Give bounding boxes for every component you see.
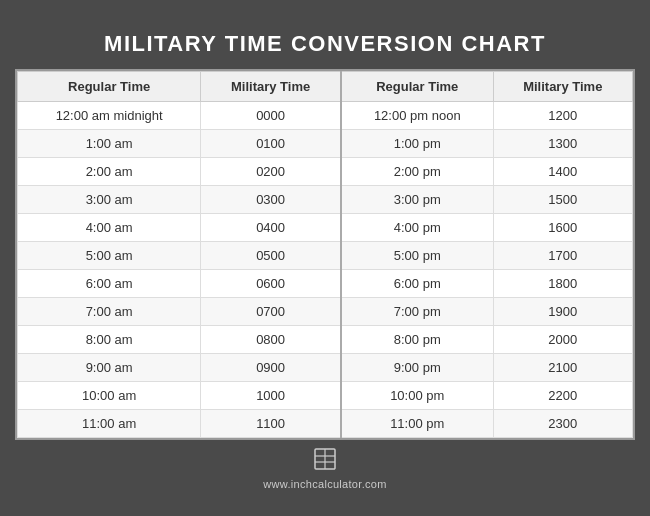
page-container: MILITARY TIME CONVERSION CHART Regular T… xyxy=(15,17,635,500)
conversion-table: Regular Time Military Time Regular Time … xyxy=(17,71,633,438)
cell-4-3: 1600 xyxy=(493,213,632,241)
table-row: 6:00 am06006:00 pm1800 xyxy=(18,269,633,297)
table-wrapper: Regular Time Military Time Regular Time … xyxy=(15,69,635,440)
cell-2-1: 0200 xyxy=(201,157,341,185)
cell-5-0: 5:00 am xyxy=(18,241,201,269)
table-row: 11:00 am110011:00 pm2300 xyxy=(18,409,633,437)
table-row: 3:00 am03003:00 pm1500 xyxy=(18,185,633,213)
table-row: 2:00 am02002:00 pm1400 xyxy=(18,157,633,185)
cell-11-2: 11:00 pm xyxy=(341,409,493,437)
table-body: 12:00 am midnight000012:00 pm noon12001:… xyxy=(18,101,633,437)
cell-4-2: 4:00 pm xyxy=(341,213,493,241)
cell-0-2: 12:00 pm noon xyxy=(341,101,493,129)
cell-8-2: 8:00 pm xyxy=(341,325,493,353)
cell-2-0: 2:00 am xyxy=(18,157,201,185)
cell-0-3: 1200 xyxy=(493,101,632,129)
cell-6-1: 0600 xyxy=(201,269,341,297)
cell-5-3: 1700 xyxy=(493,241,632,269)
cell-7-1: 0700 xyxy=(201,297,341,325)
cell-7-3: 1900 xyxy=(493,297,632,325)
title-bar: MILITARY TIME CONVERSION CHART xyxy=(15,17,635,69)
cell-4-1: 0400 xyxy=(201,213,341,241)
cell-8-3: 2000 xyxy=(493,325,632,353)
cell-1-0: 1:00 am xyxy=(18,129,201,157)
cell-9-3: 2100 xyxy=(493,353,632,381)
cell-8-1: 0800 xyxy=(201,325,341,353)
table-row: 8:00 am08008:00 pm2000 xyxy=(18,325,633,353)
cell-6-3: 1800 xyxy=(493,269,632,297)
col-header-4: Military Time xyxy=(493,71,632,101)
cell-4-0: 4:00 am xyxy=(18,213,201,241)
table-row: 4:00 am04004:00 pm1600 xyxy=(18,213,633,241)
table-row: 1:00 am01001:00 pm1300 xyxy=(18,129,633,157)
cell-9-2: 9:00 pm xyxy=(341,353,493,381)
footer-url: www.inchcalculator.com xyxy=(263,478,386,490)
cell-11-0: 11:00 am xyxy=(18,409,201,437)
cell-10-1: 1000 xyxy=(201,381,341,409)
cell-8-0: 8:00 am xyxy=(18,325,201,353)
cell-9-1: 0900 xyxy=(201,353,341,381)
cell-0-0: 12:00 am midnight xyxy=(18,101,201,129)
footer: www.inchcalculator.com xyxy=(15,440,635,500)
cell-5-2: 5:00 pm xyxy=(341,241,493,269)
cell-0-1: 0000 xyxy=(201,101,341,129)
cell-9-0: 9:00 am xyxy=(18,353,201,381)
cell-5-1: 0500 xyxy=(201,241,341,269)
cell-3-2: 3:00 pm xyxy=(341,185,493,213)
cell-2-2: 2:00 pm xyxy=(341,157,493,185)
cell-3-1: 0300 xyxy=(201,185,341,213)
col-header-1: Regular Time xyxy=(18,71,201,101)
table-row: 7:00 am07007:00 pm1900 xyxy=(18,297,633,325)
page-title: MILITARY TIME CONVERSION CHART xyxy=(104,31,546,56)
cell-2-3: 1400 xyxy=(493,157,632,185)
cell-10-0: 10:00 am xyxy=(18,381,201,409)
cell-1-3: 1300 xyxy=(493,129,632,157)
cell-1-1: 0100 xyxy=(201,129,341,157)
cell-1-2: 1:00 pm xyxy=(341,129,493,157)
table-row: 5:00 am05005:00 pm1700 xyxy=(18,241,633,269)
cell-7-0: 7:00 am xyxy=(18,297,201,325)
cell-10-2: 10:00 pm xyxy=(341,381,493,409)
table-header-row: Regular Time Military Time Regular Time … xyxy=(18,71,633,101)
table-row: 12:00 am midnight000012:00 pm noon1200 xyxy=(18,101,633,129)
cell-7-2: 7:00 pm xyxy=(341,297,493,325)
cell-11-3: 2300 xyxy=(493,409,632,437)
cell-10-3: 2200 xyxy=(493,381,632,409)
col-header-3: Regular Time xyxy=(341,71,493,101)
cell-6-2: 6:00 pm xyxy=(341,269,493,297)
cell-11-1: 1100 xyxy=(201,409,341,437)
table-row: 10:00 am100010:00 pm2200 xyxy=(18,381,633,409)
col-header-2: Military Time xyxy=(201,71,341,101)
cell-3-3: 1500 xyxy=(493,185,632,213)
table-icon xyxy=(314,448,336,475)
cell-6-0: 6:00 am xyxy=(18,269,201,297)
cell-3-0: 3:00 am xyxy=(18,185,201,213)
table-row: 9:00 am09009:00 pm2100 xyxy=(18,353,633,381)
